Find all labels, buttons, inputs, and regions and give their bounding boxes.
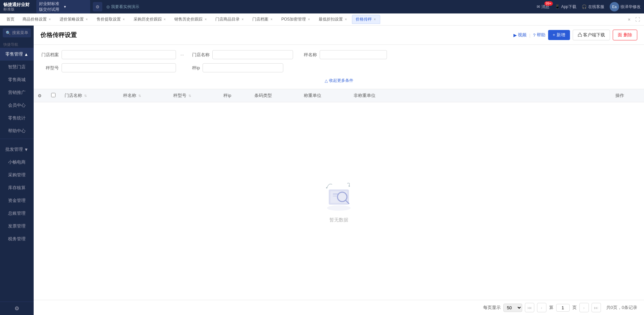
tab-commodity-price[interactable]: 商品价格设置 × [19,15,55,24]
th-non-weight-unit-label: 非称重单位 [354,93,375,98]
tab-store-catalog-label: 门店商品目录 [215,16,240,22]
store-file-ellipsis[interactable]: ··· [179,50,186,59]
sidebar-help-center-label: 帮助中心 [8,128,26,133]
tab-close-all-btn[interactable]: × [627,16,632,23]
sidebar-item-purchase-mgmt[interactable]: 采购管理 [0,169,34,181]
th-barcode-type: 条码类型 [250,89,300,102]
video-label: 视频 [518,32,527,38]
scale-ip-input[interactable] [203,63,283,72]
tab-purchase-strategy-label: 进价策略设置 [60,16,84,22]
sidebar-item-xiaochang-ecom[interactable]: 小畅电商 [0,156,34,169]
search-menu-button[interactable]: 🔍 搜索菜单 [3,28,31,37]
sidebar-item-tax-mgmt[interactable]: 税务管理 [0,233,34,245]
select-all-checkbox[interactable] [51,93,56,97]
chevron-up-icon: △ [325,78,328,83]
scale-model-input[interactable] [62,63,176,72]
tab-home-label: 首页 [6,16,14,22]
tab-expand-btn[interactable]: ⛶ [634,16,641,23]
sidebar-item-marketing[interactable]: 营销推广 [0,86,34,99]
tab-purchase-history-close[interactable]: × [163,18,167,21]
tab-sales-history-close[interactable]: × [204,18,207,21]
table-head: ⚙ 门店名称 ⇅ 秤名称 ⇅ [34,89,644,102]
demo-label: 我要看实例演示 [111,4,139,10]
sidebar-item-general-ledger[interactable]: 总账管理 [0,207,34,220]
topbar-right: ✉ 消息 99+ 📱 App下载 🎧 在线客服 Ea 徐泽华修改 [537,2,641,11]
collapse-button[interactable]: △ 收起更多条件 [40,76,637,86]
th-scale-model[interactable]: 秤型号 ⇅ [169,89,219,102]
sidebar-item-smart-store[interactable]: 智慧门店 [0,61,34,73]
store-name-input[interactable] [212,50,293,59]
sidebar-gear-icon[interactable]: ⚙ [14,306,19,311]
th-store-name[interactable]: 门店名称 ⇅ [61,89,119,102]
add-label: + 新增 [553,32,565,38]
video-link[interactable]: ▶ 视频 [513,32,527,38]
sidebar-item-finance-mgmt[interactable]: 资金管理 [0,194,34,207]
user-info[interactable]: Ea 徐泽华修改 [610,2,641,11]
add-button[interactable]: + 新增 [548,30,570,40]
tab-purchase-strategy-close[interactable]: × [85,18,88,21]
sidebar-item-inventory[interactable]: 库存核算 [0,181,34,194]
page-input[interactable] [556,304,570,312]
sidebar-item-member-center[interactable]: 会员中心 [0,99,34,112]
tab-min-discount-close[interactable]: × [344,18,348,21]
store-name-label: 门店名称 [191,52,210,58]
messages-btn[interactable]: ✉ 消息 99+ [537,4,549,10]
message-icon: ✉ [537,4,540,9]
tab-pos-management[interactable]: POS加密管理 × [278,15,314,24]
th-checkbox[interactable] [47,89,61,102]
prev-page-button[interactable]: ‹ [537,303,546,312]
per-page-select[interactable]: 10 20 50 100 [503,304,522,312]
sidebar-item-retail-mall[interactable]: 零售商城 [0,73,34,86]
sidebar-section-wholesale [0,139,34,143]
tab-commodity-price-label: 商品价格设置 [23,16,47,22]
sidebar-tax-mgmt-label: 税务管理 [8,236,26,241]
download-button[interactable]: 凸 客户端下载 [573,30,610,40]
tab-store-catalog-close[interactable]: × [241,18,244,21]
tab-price-scale[interactable]: 价格传秤 × [352,15,380,24]
sidebar-item-wholesale-mgmt[interactable]: 批发管理 ▼ [0,143,34,156]
version-selector[interactable]: 好业财标准版交付试用 ▾ [36,0,90,14]
store-file-label: 门店档案 [40,52,59,58]
help-link[interactable]: ? 帮助 [533,32,545,38]
th-settings[interactable]: ⚙ [34,89,47,102]
empty-illustration [322,179,356,213]
last-page-button[interactable]: ⏭ [592,303,601,312]
next-page-button[interactable]: › [579,303,589,312]
first-page-button[interactable]: ⏮ [525,303,534,312]
tab-price-scale-close[interactable]: × [373,18,377,21]
th-scale-name[interactable]: 秤名称 ⇅ [119,89,169,102]
chevron-icon: ▲ [24,52,29,57]
tab-store-file-close[interactable]: × [270,18,273,21]
settings-button[interactable]: ⚙ [93,2,102,11]
app-download-btn[interactable]: 📱 App下载 [555,4,576,10]
table-settings-icon[interactable]: ⚙ [38,93,42,98]
tab-min-discount[interactable]: 最低折扣设置 × [315,15,351,24]
tab-sales-history[interactable]: 销售历史价跟踪 × [171,15,211,24]
sidebar-item-help-center[interactable]: 帮助中心 [0,125,34,137]
sidebar-xiaochang-ecom-label: 小畅电商 [8,160,26,165]
tab-selling-price[interactable]: 售价提取设置 × [93,15,129,24]
online-service-label: 在线客服 [588,4,604,10]
svg-rect-5 [333,194,339,195]
tab-selling-price-close[interactable]: × [122,18,126,21]
tab-store-file[interactable]: 门店档案 × [249,15,277,24]
sidebar-item-invoice-mgmt[interactable]: 发票管理 [0,220,34,233]
store-file-input[interactable] [62,50,176,59]
delete-button[interactable]: 面 删除 [613,30,637,40]
sidebar-search: 🔍 搜索菜单 [0,26,34,40]
online-service-btn[interactable]: 🎧 在线客服 [582,4,604,10]
tab-commodity-price-close[interactable]: × [48,18,51,21]
sidebar-item-retail-mgmt[interactable]: 零售管理 ▲ [0,48,34,61]
tab-purchase-strategy[interactable]: 进价策略设置 × [56,15,92,24]
th-scale-name-label: 秤名称 [123,93,136,98]
svg-point-7 [326,187,327,188]
demo-button[interactable]: ◎ 我要看实例演示 [106,4,139,10]
tab-pos-management-close[interactable]: × [307,18,311,21]
tab-purchase-history[interactable]: 采购历史价跟踪 × [130,15,170,24]
sidebar-item-retail-stats[interactable]: 零售统计 [0,112,34,125]
scale-name-input[interactable] [320,50,387,59]
tab-home[interactable]: 首页 [3,15,18,24]
logo-main-text: 畅捷通好业财 [3,2,34,7]
th-scale-ip: 秤ip [219,89,250,102]
tab-store-catalog[interactable]: 门店商品目录 × [212,15,248,24]
